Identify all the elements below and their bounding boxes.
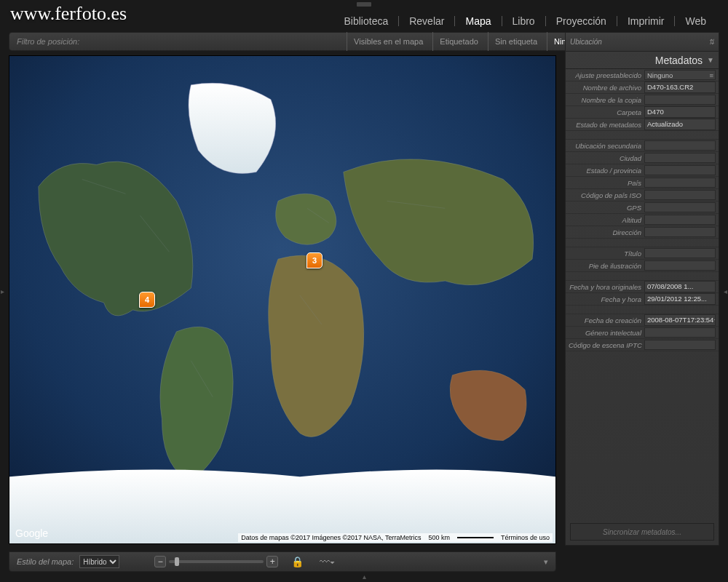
metadata-label: Dirección xyxy=(569,228,644,236)
metadata-row: Estado / provincia xyxy=(566,164,719,177)
metadata-value[interactable] xyxy=(644,227,716,237)
map-pin[interactable]: 4 xyxy=(139,292,155,308)
metadata-label: Nombre de la copia xyxy=(569,96,644,104)
metadata-value[interactable] xyxy=(644,260,716,271)
filmstrip-grip[interactable]: ▴ xyxy=(363,573,366,581)
scale-bar xyxy=(457,537,494,538)
metadata-row: CarpetaD470 xyxy=(566,106,719,119)
zoom-slider[interactable] xyxy=(169,560,264,563)
metadata-row: Ubicación secundaria xyxy=(566,140,719,152)
metadata-label: Pie de ilustración xyxy=(569,262,644,270)
map-viewport[interactable]: Google Datos de mapas ©2017 Imágenes ©20… xyxy=(9,55,556,544)
filter-etiquetado[interactable]: Etiquetado xyxy=(432,32,485,51)
watermark: www.ferfoto.es xyxy=(10,3,127,25)
metadata-label: Altitud xyxy=(569,216,644,224)
metadata-value[interactable] xyxy=(644,140,716,151)
metadata-value[interactable]: D470-163.CR2 xyxy=(644,81,716,93)
scale-label: 500 km xyxy=(428,534,450,541)
metadata-row: Altitud xyxy=(566,214,719,226)
metadata-value[interactable]: 07/08/2008 1... xyxy=(644,281,716,292)
metadata-label: Fecha de creación xyxy=(569,316,644,324)
metadata-value[interactable] xyxy=(644,165,716,175)
metadata-value[interactable] xyxy=(644,215,716,225)
metadata-label: GPS xyxy=(569,204,644,212)
preset-row: Ajuste preestablecido Ninguno xyxy=(566,69,719,81)
metadata-label: Género intelectual xyxy=(569,329,644,337)
zoom-in-button[interactable]: + xyxy=(266,556,278,567)
module-web[interactable]: Web xyxy=(675,16,716,26)
metadata-row: Título xyxy=(566,247,719,260)
toolbar-chevron-icon[interactable]: ▾ xyxy=(544,557,548,567)
map-style-select[interactable]: Híbrido xyxy=(79,555,119,568)
metadata-row: Pie de ilustración xyxy=(566,260,719,272)
lock-icon[interactable]: 🔒 xyxy=(291,556,304,567)
metadata-value[interactable] xyxy=(644,248,716,258)
metadata-value[interactable] xyxy=(644,178,716,188)
tracklog-icon[interactable]: 〰▾ xyxy=(320,556,335,567)
map-attribution: Datos de mapas ©2017 Imágenes ©2017 NASA… xyxy=(238,533,553,542)
metadata-label: Nombre de archivo xyxy=(569,84,644,92)
metadata-row: Ciudad xyxy=(566,152,719,164)
metadata-value[interactable] xyxy=(644,327,716,338)
metadata-label: Código de país ISO xyxy=(569,191,644,199)
metadata-value[interactable]: 2008-08-07T17:23:54+02:00 xyxy=(644,314,716,326)
metadata-label: Fecha y hora xyxy=(569,295,644,303)
module-biblioteca[interactable]: Biblioteca xyxy=(334,16,400,26)
module-revelar[interactable]: Revelar xyxy=(399,16,455,26)
filter-label: Filtro de posición: xyxy=(9,37,79,46)
module-picker: BibliotecaRevelarMapaLibroProyecciónImpr… xyxy=(323,0,728,32)
metadata-row: GPS xyxy=(566,202,719,214)
metadata-row: Dirección xyxy=(566,226,719,239)
map-pin[interactable]: 3 xyxy=(306,252,323,268)
sync-metadata-button[interactable]: Sincronizar metadatos... xyxy=(570,523,714,541)
module-proyección[interactable]: Proyección xyxy=(546,16,617,26)
terms-link[interactable]: Términos de uso xyxy=(501,534,550,541)
module-mapa[interactable]: Mapa xyxy=(455,16,502,26)
metadata-panel: Ubicación ⇅ Metadatos▼ Ajuste preestable… xyxy=(565,32,719,546)
metadata-row: Fecha y hora originales07/08/2008 1... xyxy=(566,281,719,293)
metadata-label: Estado / provincia xyxy=(569,167,644,175)
left-panel-grip[interactable]: ▸ xyxy=(1,287,4,295)
metadata-value[interactable] xyxy=(644,190,716,200)
metadata-row: Género intelectual xyxy=(566,327,719,339)
metadata-header[interactable]: Metadatos▼ xyxy=(566,52,719,69)
metadata-value[interactable] xyxy=(644,95,716,105)
chevron-down-icon: ▼ xyxy=(707,56,714,64)
metadata-label: Ciudad xyxy=(569,154,644,162)
filter-visibles-en-el-mapa[interactable]: Visibles en el mapa xyxy=(347,32,430,51)
metadata-label: Código de escena IPTC xyxy=(569,341,644,349)
zoom-control: − + xyxy=(154,556,278,567)
google-logo: Google xyxy=(15,527,48,539)
right-panel-grip[interactable]: ◂ xyxy=(724,287,727,295)
metadata-label: Ubicación secundaria xyxy=(569,142,644,150)
filter-sin-etiqueta[interactable]: Sin etiqueta xyxy=(488,32,544,51)
metadata-row: Nombre de la copia xyxy=(566,94,719,106)
metadata-row: Código de escena IPTC xyxy=(566,339,719,351)
metadata-label: Título xyxy=(569,250,644,258)
module-libro[interactable]: Libro xyxy=(502,16,546,26)
metadata-value[interactable] xyxy=(644,340,716,350)
map-style-label: Estilo del mapa: xyxy=(17,557,74,566)
module-imprimir[interactable]: Imprimir xyxy=(617,16,676,26)
location-dropdown[interactable]: Ubicación ⇅ xyxy=(566,33,719,52)
world-map[interactable] xyxy=(9,56,555,543)
metadata-value[interactable] xyxy=(644,202,716,212)
zoom-out-button[interactable]: − xyxy=(154,556,166,567)
metadata-label: Fecha y hora originales xyxy=(569,283,644,291)
metadata-row: País xyxy=(566,177,719,189)
map-toolbar: Estilo del mapa: Híbrido − + 🔒 〰▾ ▾ xyxy=(9,551,556,572)
metadata-row: Fecha y hora29/01/2012 12:25... xyxy=(566,293,719,306)
metadata-row: Nombre de archivoD470-163.CR2 xyxy=(566,81,719,94)
metadata-label: Carpeta xyxy=(569,108,644,116)
attribution-text: Datos de mapas ©2017 Imágenes ©2017 NASA… xyxy=(241,534,421,541)
preset-dropdown[interactable]: Ninguno xyxy=(644,70,716,80)
metadata-row: Fecha de creación2008-08-07T17:23:54+02:… xyxy=(566,314,719,327)
metadata-value[interactable]: D470 xyxy=(644,106,716,118)
metadata-value[interactable]: Actualizado xyxy=(644,119,716,130)
metadata-row: Estado de metadatosActualizado xyxy=(566,119,719,131)
metadata-value[interactable]: 29/01/2012 12:25... xyxy=(644,293,716,305)
metadata-row: Código de país ISO xyxy=(566,189,719,202)
metadata-value[interactable] xyxy=(644,153,716,163)
metadata-label: País xyxy=(569,179,644,187)
sort-arrows-icon: ⇅ xyxy=(708,38,714,46)
